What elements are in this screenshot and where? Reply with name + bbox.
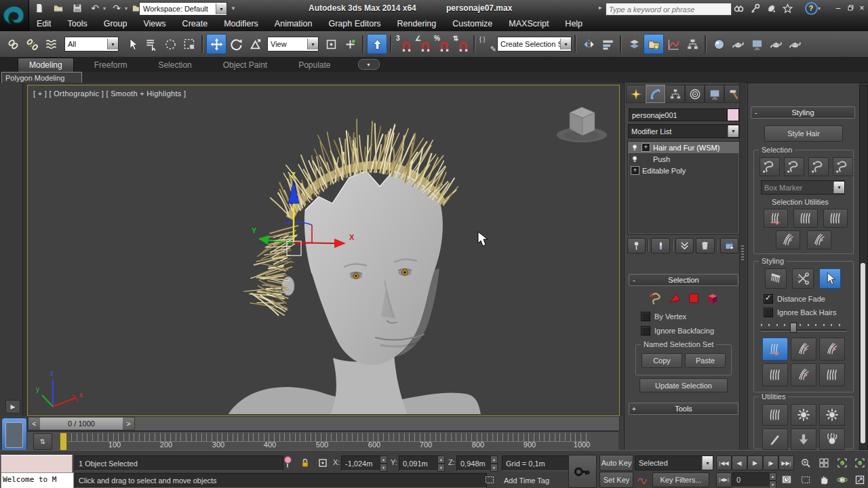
- visibility-bulb-icon[interactable]: [631, 144, 639, 152]
- undo-dropdown-arrow[interactable]: ▾: [103, 5, 108, 12]
- add-time-tag[interactable]: Add Time Tag: [500, 473, 570, 488]
- select-and-rotate-button[interactable]: [226, 35, 245, 54]
- tab-create[interactable]: [626, 85, 646, 103]
- help-button[interactable]: ?: [804, 2, 818, 15]
- update-selection-button[interactable]: Update Selection: [639, 378, 728, 392]
- bind-to-space-warp-button[interactable]: [41, 35, 60, 54]
- clump-hairs-button[interactable]: [762, 363, 788, 386]
- go-to-end-button[interactable]: ▶▶|: [778, 455, 794, 470]
- window-crossing-button[interactable]: [180, 35, 199, 54]
- undo-button[interactable]: ↶: [87, 1, 103, 15]
- remove-modifier-button[interactable]: [696, 238, 714, 253]
- frame-spinner[interactable]: ▲▼: [769, 472, 776, 488]
- tab-hierarchy[interactable]: [665, 85, 685, 103]
- box-marker-dropdown[interactable]: Box Marker ▼: [761, 180, 845, 195]
- channel-info-button[interactable]: [483, 473, 496, 487]
- redo-button[interactable]: ↷: [108, 1, 125, 15]
- ribbon-tab-freeform[interactable]: Freeform: [83, 58, 138, 72]
- sign-in-button[interactable]: [747, 2, 762, 15]
- hair-ball-button[interactable]: [819, 428, 845, 450]
- previous-frame-button[interactable]: ◀|: [732, 455, 747, 470]
- modifier-list-dropdown[interactable]: Modifier List ▼: [628, 124, 739, 138]
- select-and-scale-button[interactable]: [245, 35, 264, 54]
- select-guide-roots-button[interactable]: [833, 157, 853, 176]
- stack-row-hair-and-fur[interactable]: + Hair and Fur (WSM): [628, 142, 739, 153]
- absolute-offset-toggle[interactable]: [316, 455, 330, 470]
- ignore-back-hairs-checkbox[interactable]: [764, 308, 773, 317]
- scroll-thumb[interactable]: [861, 263, 865, 443]
- select-and-manipulate-button[interactable]: [340, 35, 359, 54]
- scale-hairs-button[interactable]: [819, 363, 845, 386]
- next-frame-arrow[interactable]: >: [123, 418, 134, 430]
- next-frame-button[interactable]: |▶: [763, 455, 778, 470]
- macro-recorder-pane[interactable]: [1, 455, 73, 474]
- pan-view-button[interactable]: [816, 472, 832, 487]
- favorites-button[interactable]: [780, 2, 795, 15]
- style-hair-button[interactable]: Style Hair: [764, 125, 843, 142]
- tip-faces-icon[interactable]: [668, 291, 682, 305]
- edit-named-selections-button[interactable]: { }✎: [478, 35, 497, 54]
- zoom-region-button[interactable]: [797, 472, 814, 487]
- search-input[interactable]: [606, 3, 732, 16]
- configure-modifier-sets-button[interactable]: [720, 238, 738, 253]
- unlink-selection-button[interactable]: [22, 35, 41, 54]
- restore-button[interactable]: [845, 3, 856, 13]
- tools-rollout-header[interactable]: + Tools: [629, 403, 738, 415]
- command-panel-scrollbar[interactable]: [739, 83, 746, 450]
- distance-fade-checkbox[interactable]: [764, 294, 773, 304]
- show-hidden-button[interactable]: [807, 230, 831, 249]
- menu-animation[interactable]: Animation: [267, 19, 321, 28]
- visibility-bulb-icon[interactable]: [631, 155, 639, 163]
- menu-group[interactable]: Group: [96, 19, 136, 28]
- menu-create[interactable]: Create: [174, 19, 216, 28]
- polygon-cube-icon[interactable]: [706, 291, 719, 305]
- stack-row-editable-poly[interactable]: + Editable Poly: [628, 165, 739, 176]
- spinner-snap-button[interactable]: ⇅: [452, 35, 471, 54]
- workspace-extra-arrow[interactable]: ▼: [231, 5, 236, 12]
- tab-modify[interactable]: [646, 85, 665, 103]
- ribbon-tab-populate[interactable]: Populate: [288, 58, 341, 72]
- manage-layers-button[interactable]: [625, 35, 644, 54]
- selection-lock-toggle[interactable]: [298, 455, 312, 470]
- ribbon-toggle-button[interactable]: [644, 34, 664, 54]
- select-by-name-button[interactable]: [142, 35, 161, 54]
- menu-edit[interactable]: Edit: [28, 19, 60, 28]
- select-object-button[interactable]: [123, 35, 142, 54]
- menu-tools[interactable]: Tools: [60, 19, 96, 28]
- slider-thumb[interactable]: [790, 323, 797, 333]
- menu-modifiers[interactable]: Modifiers: [216, 19, 267, 28]
- recomb-button[interactable]: [762, 428, 788, 450]
- select-guide-vertices-button[interactable]: [808, 157, 829, 176]
- pin-stack-button[interactable]: [627, 238, 646, 253]
- minimize-button[interactable]: –: [833, 3, 844, 13]
- ribbon-tab-selection[interactable]: Selection: [147, 58, 202, 72]
- previous-frame-arrow[interactable]: <: [28, 418, 40, 430]
- auto-key-button[interactable]: Auto Key: [599, 455, 633, 471]
- key-filters-button[interactable]: Key Filters...: [652, 472, 709, 487]
- track-bar[interactable]: ⇅ 0 100 200 300 400 500 600 700 800 900 …: [27, 431, 618, 451]
- play-animation-button[interactable]: ▶: [747, 455, 763, 470]
- zoom-all-button[interactable]: [816, 455, 832, 470]
- paste-button[interactable]: Paste: [685, 353, 726, 368]
- select-hair-button[interactable]: [819, 268, 841, 289]
- time-slider-track[interactable]: < 0 / 1000 >: [27, 416, 620, 431]
- translate-hairs-button[interactable]: [762, 338, 788, 361]
- isolate-selection-toggle[interactable]: [281, 455, 294, 470]
- help-dropdown-arrow[interactable]: ▾: [818, 5, 823, 12]
- zoom-button[interactable]: [797, 455, 814, 470]
- key-mode-dropdown[interactable]: Selected ▼: [635, 455, 713, 470]
- current-frame-marker[interactable]: [60, 432, 67, 451]
- set-key-button[interactable]: Set Key: [599, 472, 633, 488]
- schematic-view-button[interactable]: [683, 35, 702, 54]
- close-button[interactable]: ×: [856, 3, 867, 13]
- zoom-extents-all-button[interactable]: [852, 455, 868, 470]
- hair-cut-button[interactable]: [792, 268, 814, 289]
- workspace-dropdown[interactable]: Workspace: Default ▼: [139, 2, 227, 16]
- z-spinner[interactable]: ▲▼: [490, 455, 498, 472]
- render-iterative-button[interactable]: [785, 35, 804, 54]
- puff-roots-button[interactable]: [819, 338, 845, 361]
- orbit-button[interactable]: [834, 472, 850, 487]
- mirror-button[interactable]: [579, 35, 598, 54]
- rotate-selection-button[interactable]: [793, 209, 818, 228]
- pop-selected-button[interactable]: [791, 404, 816, 426]
